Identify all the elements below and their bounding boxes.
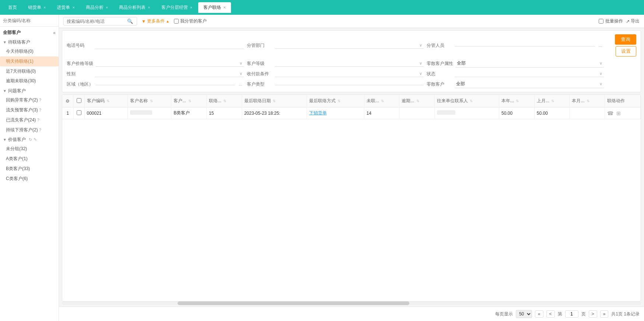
next-page-button[interactable]: > (589, 310, 597, 318)
sidebar-item-churn-warning[interactable]: 流失预警客户(3) ? (0, 105, 59, 115)
close-icon[interactable]: × (148, 5, 150, 10)
prev-page-button[interactable]: < (546, 310, 555, 318)
all-customers-title[interactable]: 全部客户 « (0, 27, 59, 37)
nav-sales-order[interactable]: 销货单 × (23, 2, 51, 13)
sidebar-item-repurchase-abnormal[interactable]: 回购异常客户(2) ? (0, 95, 59, 105)
nav-product-analysis[interactable]: 商品分析 × (81, 2, 113, 13)
contact-action-icon[interactable]: ☎ (607, 110, 613, 116)
sort-icon[interactable]: ⇅ (516, 99, 519, 103)
nav-customer-tier[interactable]: 客户分层经营 × (156, 2, 197, 13)
page-total: 共1页 1条记录 (611, 311, 640, 317)
sort-icon[interactable]: ⇅ (188, 99, 191, 103)
sort-icon[interactable]: ⇅ (106, 99, 109, 103)
row-checkbox[interactable] (77, 110, 81, 115)
query-button[interactable]: 查询 (615, 34, 636, 45)
close-icon[interactable]: × (72, 5, 74, 10)
export-button[interactable]: ↗ 导出 (626, 18, 640, 24)
more-action-icon[interactable]: ⊞ (616, 110, 621, 116)
sidebar-item-overdue-contact[interactable]: 逾期未联络(30) (0, 76, 59, 86)
sidebar-item-today-contact[interactable]: 今天待联络(0) (0, 46, 59, 56)
page-number-input[interactable] (565, 310, 578, 318)
sort-icon[interactable]: ⇅ (150, 99, 153, 103)
customer-value-label: 客户价格等级 (67, 61, 93, 67)
sidebar-item-lost-customer[interactable]: 已流失客户(24) ? (0, 115, 59, 125)
sidebar-item-declining-customer[interactable]: 持续下滑客户(2) ? (0, 125, 59, 135)
sort-icon[interactable]: ⇅ (587, 99, 589, 103)
filter-more-button[interactable]: ▼ 更多条件 ▲ (140, 17, 171, 25)
sidebar-item-ungrouped[interactable]: 未分组(32) (0, 144, 59, 154)
retail-customer-select[interactable]: 全部 ∨ (455, 80, 604, 88)
status-filter-cell: 状态 ∨ (427, 70, 604, 77)
dept-filter-cell: 分管部门 ∨ (247, 42, 424, 49)
search-box: 🔍 (63, 17, 137, 25)
retail-attr-select[interactable]: 全部 ∨ (455, 59, 604, 68)
pending-group-label: ▼ 待联络客户 (0, 37, 59, 46)
page-size-select[interactable]: 50 (516, 310, 532, 318)
customer-grade-select[interactable]: ∨ (275, 60, 424, 67)
search-icon[interactable]: 🔍 (127, 18, 133, 24)
scroll-thumb[interactable] (178, 301, 409, 305)
sort-icon[interactable]: ⇅ (337, 99, 340, 103)
batch-operation-button[interactable]: 批量操作 (599, 18, 623, 24)
horizontal-scrollbar[interactable] (62, 301, 641, 305)
filter-row-4: 区域（地区） ... 客户类型 零散客户 全部 ∨ (67, 80, 636, 88)
nav-purchase-order[interactable]: 进货单 × (52, 2, 80, 13)
gender-select[interactable]: ∨ (95, 70, 244, 77)
close-icon[interactable]: × (106, 5, 108, 10)
sidebar-item-tomorrow-contact[interactable]: 明天待联络(1) (0, 56, 59, 66)
row-this-year: 50.00 (499, 107, 535, 119)
person-more-icon[interactable]: ... (597, 43, 604, 48)
sort-icon[interactable]: ⇅ (470, 99, 473, 103)
close-icon[interactable]: × (190, 5, 192, 10)
row-last-date: 2023-05-23 18:25: (242, 107, 307, 119)
sort-icon[interactable]: ⇅ (223, 99, 226, 103)
sort-icon[interactable]: ⇅ (416, 99, 419, 103)
person-select[interactable] (455, 45, 595, 46)
my-customer-checkbox[interactable] (174, 19, 179, 24)
main-layout: 🔍 全部客户 « ▼ 待联络客户 今天待联络(0) 明天待联络(1) 近7天待联… (0, 15, 644, 321)
dept-label: 分管部门 (247, 42, 273, 49)
close-icon[interactable]: × (223, 5, 225, 10)
value-group-label: ▼ 价值客户 ↻ ✎ (0, 135, 59, 144)
region-more-icon[interactable]: ... (237, 82, 244, 87)
customer-value-select[interactable]: ∨ (95, 60, 244, 67)
gear-icon[interactable]: ⚙ (66, 99, 70, 104)
status-select[interactable]: ∨ (455, 70, 604, 77)
nav-customer-contact[interactable]: 客户联络 × (198, 2, 231, 13)
problem-group-label: ▼ 问题客户 (0, 86, 59, 95)
top-navigation: 首页 销货单 × 进货单 × 商品分析 × 商品分析列表 × 客户分层经营 × … (0, 0, 644, 15)
nav-home[interactable]: 首页 (3, 2, 22, 13)
select-all-checkbox[interactable] (77, 98, 81, 103)
sidebar-search-input[interactable] (3, 18, 58, 23)
region-select[interactable] (95, 83, 235, 85)
sort-icon[interactable]: ⇅ (273, 99, 276, 103)
chevron-down-icon: ∨ (419, 43, 422, 48)
customer-type-select[interactable] (275, 83, 424, 85)
sidebar-item-c-class[interactable]: C类客户(6) (0, 174, 59, 184)
dept-select[interactable]: ∨ (275, 42, 424, 49)
sort-icon[interactable]: ⇅ (381, 99, 384, 103)
batch-check[interactable] (599, 19, 603, 24)
phone-input[interactable] (95, 42, 244, 49)
close-icon[interactable]: × (43, 5, 46, 10)
filter-panel: 电话号码 分管部门 ∨ 分管人员 ... 查询 设置 (62, 30, 641, 92)
row-un-contact: 14 (364, 107, 399, 119)
sort-icon[interactable]: ⇅ (551, 99, 554, 103)
payment-select[interactable]: ∨ (275, 70, 424, 77)
col-name: 客户名称 ⇅ (128, 95, 171, 107)
chevron-down-icon: ∨ (239, 61, 242, 66)
sidebar-item-7day-contact[interactable]: 近7天待联络(0) (0, 66, 59, 76)
first-page-button[interactable]: « (535, 310, 543, 318)
reset-button[interactable]: 设置 (616, 46, 636, 56)
row-overdue (399, 107, 435, 119)
collapse-icon[interactable]: « (53, 30, 56, 35)
search-input[interactable] (67, 19, 126, 24)
sidebar-item-b-class[interactable]: B类客户(33) (0, 164, 59, 174)
filter-row-3: 性别 ∨ 收付款条件 ∨ 状态 (67, 70, 636, 77)
nav-product-analysis-list[interactable]: 商品分析列表 × (114, 2, 155, 13)
last-method-link[interactable]: 下销货单 (309, 110, 327, 115)
retail-customer-filter-cell: 零散客户 全部 ∨ (427, 80, 604, 88)
last-page-button[interactable]: » (600, 310, 609, 318)
my-customer-checkbox-label[interactable]: 我分管的客户 (174, 18, 207, 24)
sidebar-item-a-class[interactable]: A类客户(1) (0, 154, 59, 164)
